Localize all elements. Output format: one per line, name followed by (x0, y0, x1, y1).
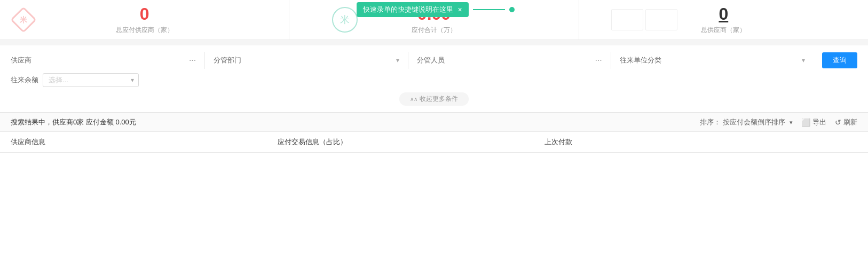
svg-text:米: 米 (19, 15, 28, 24)
stat-payable-suppliers-label: 总应付供应商（家） (116, 26, 173, 35)
stat-payable-total: 米 0.00 应付合计（万） 快速录单的快捷键说明在这里 × (289, 0, 579, 40)
results-actions: 排序： 按应付会额倒序排序 ▾ ⬜ 导出 ↺ 刷新 (700, 117, 857, 127)
filter-unit-category: 往来单位分类 ▾ (611, 52, 814, 69)
table-body (0, 153, 868, 275)
tooltip-text: 快速录单的快捷键说明在这里 (363, 5, 453, 14)
stat-payable-suppliers-number: 0 (140, 5, 149, 23)
export-button[interactable]: ⬜ 导出 (801, 117, 826, 127)
refresh-label: 刷新 (843, 117, 857, 127)
collapse-label: 收起更多条件 (420, 95, 458, 104)
stat-total-suppliers: 0 总供应商（家） (579, 0, 868, 40)
balance-select[interactable]: 选择... ▾ (43, 73, 139, 87)
tooltip-container: 快速录单的快捷键说明在这里 × (357, 2, 514, 17)
stat-payable-total-label: 应付合计（万） (412, 26, 456, 35)
tooltip-line (473, 9, 505, 10)
collapse-up-icon: ∧∧ (410, 96, 417, 102)
filter-area: 供应商 ··· 分管部门 ▾ 分管人员 ··· 往来单位分类 ▾ 查询 往来余额 (0, 45, 868, 113)
tooltip-dot (509, 7, 515, 12)
unit-category-label: 往来单位分类 (620, 56, 661, 65)
dept-chevron-icon[interactable]: ▾ (396, 57, 399, 64)
stat-total-payable-suppliers: 米 0 总应付供应商（家） (0, 0, 289, 40)
table-col-supplier-info: 供应商信息 (11, 137, 278, 147)
refresh-button[interactable]: ↺ 刷新 (835, 117, 857, 127)
person-label: 分管人员 (417, 56, 445, 65)
balance-placeholder: 选择... (49, 76, 68, 84)
stat-total-suppliers-label: 总供应商（家） (701, 26, 746, 35)
person-dots[interactable]: ··· (595, 56, 602, 65)
balance-label: 往来余额 (11, 75, 38, 85)
unit-category-chevron-icon[interactable]: ▾ (802, 57, 805, 64)
stats-bar: 米 0 总应付供应商（家） 米 0.00 应付合计（万） 快速录单的快捷键说明在… (0, 0, 868, 40)
filter-dept: 分管部门 ▾ (205, 52, 408, 69)
collapse-bar: ∧∧ 收起更多条件 (11, 90, 857, 108)
dept-label: 分管部门 (214, 56, 241, 65)
table-area: 供应商信息 应付交易信息（占比） 上次付款 (0, 132, 868, 275)
search-button[interactable]: 查询 (822, 52, 857, 68)
table-header: 供应商信息 应付交易信息（占比） 上次付款 (0, 132, 868, 153)
export-icon: ⬜ (801, 118, 810, 127)
filter-row-1: 供应商 ··· 分管部门 ▾ 分管人员 ··· 往来单位分类 ▾ 查询 (11, 52, 857, 69)
refresh-icon: ↺ (835, 118, 841, 127)
sort-chevron-icon: ▾ (790, 119, 793, 126)
balance-chevron-icon: ▾ (131, 76, 134, 84)
diamond-logo-icon: 米 (11, 7, 36, 33)
sort-value: 按应付会额倒序排序 (723, 117, 785, 127)
supplier-label: 供应商 (11, 56, 31, 65)
supplier-input[interactable] (36, 56, 187, 66)
filter-balance: 往来余额 选择... ▾ (11, 73, 139, 87)
collapse-button[interactable]: ∧∧ 收起更多条件 (399, 92, 469, 106)
results-info: 搜索结果中，供应商0家 应付金额 0.00元 (11, 117, 136, 127)
sort-select[interactable]: 排序： 按应付会额倒序排序 ▾ (700, 117, 793, 127)
tooltip-close-button[interactable]: × (457, 5, 462, 14)
tooltip-bubble: 快速录单的快捷键说明在这里 × (357, 2, 468, 17)
coin-icon: 米 (332, 7, 358, 33)
results-bar: 搜索结果中，供应商0家 应付金额 0.00元 排序： 按应付会额倒序排序 ▾ ⬜… (0, 113, 868, 132)
filter-person: 分管人员 ··· (408, 52, 611, 69)
filter-supplier: 供应商 ··· (11, 52, 205, 69)
filter-row-2: 往来余额 选择... ▾ (11, 73, 857, 87)
sort-label: 排序： (700, 117, 721, 127)
table-col-last-payment: 上次付款 (545, 137, 857, 147)
table-col-transaction-info: 应付交易信息（占比） (278, 137, 545, 147)
stat-total-suppliers-number: 0 (719, 5, 728, 23)
export-label: 导出 (812, 117, 826, 127)
supplier-dots[interactable]: ··· (189, 56, 196, 65)
